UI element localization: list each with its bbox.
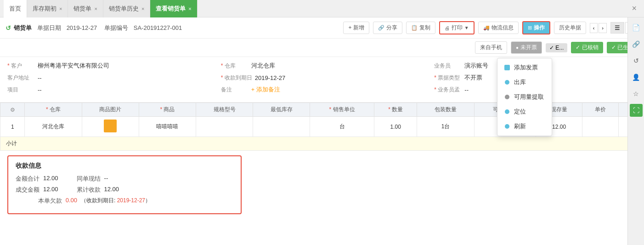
doc-meta: 单据日期 2019-12-27 单据编号 SA-20191227-001 [37, 24, 182, 32]
owed-note: （收款到期日: 2019-12-27） [81, 197, 151, 205]
refresh-icon [504, 123, 510, 130]
tab-inventory[interactable]: 库存期初 × [27, 0, 68, 17]
address-field: 客户地址 -- [7, 74, 210, 82]
operations-dropdown: 添加发票 出库 可用量提取 定位 [497, 58, 552, 136]
same-settle-label: 同单现结 [77, 175, 101, 183]
tab-history-close[interactable]: × [141, 6, 144, 11]
locate-icon [504, 108, 510, 115]
col-product-img: 商品图片 [82, 103, 139, 117]
list-view-button[interactable]: ☰ [610, 22, 624, 34]
doc-title-area: ↺ 销货单 [6, 24, 32, 32]
cell-unit-price [582, 117, 618, 137]
panel-star-icon[interactable]: ☆ [630, 87, 643, 100]
add-invoice-label: 添加发票 [514, 63, 538, 72]
panel-link-icon[interactable]: 🔗 [630, 38, 643, 51]
confirm-button[interactable]: ✓ E... [546, 43, 567, 52]
copy-button[interactable]: 📋 复制 [406, 22, 435, 34]
payment-deal-amount: 成交金额 12.00 [16, 186, 58, 194]
operations-button[interactable]: ⊞ 操作 [522, 21, 550, 34]
remark-label: 备注 [221, 86, 249, 94]
next-doc-button[interactable]: › [599, 23, 607, 33]
col-quantity: * 数量 [374, 103, 417, 117]
owed-label: 本单欠款 [38, 197, 62, 205]
panel-doc-icon[interactable]: 📄 [630, 21, 643, 34]
cell-min-stock [253, 117, 310, 137]
new-button[interactable]: + 新增 [343, 22, 369, 34]
dropdown-add-invoice[interactable]: 添加发票 [497, 60, 552, 75]
warehouse-value: 河北仓库 [251, 62, 275, 70]
customer-label: 客户 [7, 62, 35, 70]
dropdown-locate[interactable]: 定位 [497, 104, 552, 119]
deal-amount-label: 成交金额 [16, 186, 40, 194]
main-content: ↺ 销货单 单据日期 2019-12-27 单据编号 SA-20191227-0… [0, 17, 644, 245]
payment-date-value: 2019-12-27 [255, 74, 286, 81]
col-package-qty: 包装数量 [417, 103, 474, 117]
tab-sales[interactable]: 销货单 × [68, 0, 103, 17]
global-close-button[interactable]: × [628, 4, 640, 13]
col-model: 规格型号 [196, 103, 253, 117]
project-label: 项目 [7, 86, 35, 94]
employee-value: 演示账号 [464, 62, 488, 70]
address-value: -- [38, 74, 42, 81]
col-unit: * 销售单位 [310, 103, 374, 117]
add-remark-button[interactable]: + 添加备注 [251, 85, 280, 94]
tab-bar: 首页 库存期初 × 销货单 × 销货单历史 × 查看销货单 × × [0, 0, 644, 17]
doc-number-value: SA-20191227-001 [134, 24, 182, 31]
print-button[interactable]: 🖨 打印 ▼ [439, 21, 475, 34]
doc-type-label: 销货单 [14, 24, 32, 32]
employee-label: 业务员 [434, 62, 462, 70]
panel-sync-icon[interactable]: ↺ [630, 54, 643, 67]
tab-history[interactable]: 销货单历史 × [103, 0, 150, 17]
col-product: * 商品 [139, 103, 196, 117]
subtotal-row: 小计 [0, 137, 644, 151]
not-open-badge[interactable]: ● 未开票 [511, 41, 542, 54]
cell-quantity: 1.00 [374, 117, 417, 137]
from-mobile-button[interactable]: 来自手机 [475, 41, 507, 54]
payment-title: 收款信息 [16, 162, 233, 170]
doc-date-value: 2019-12-27 [67, 24, 97, 31]
owed-value: 0.00 [66, 197, 77, 205]
payment-section: 收款信息 金额合计 12.00 同单现结 -- 成交金额 12.00 累计收款 [7, 155, 242, 214]
toolbar-row: 来自手机 ● 未开票 ✓ E... ✓ 已核销 ✓ 已生效 [0, 39, 644, 57]
customer-field: 客户 柳州粤港平安气体有限公司 [7, 62, 210, 70]
tab-view-sales-close[interactable]: × [188, 6, 191, 11]
nav-arrows: ‹ › [590, 23, 607, 33]
checked-badge[interactable]: ✓ 已核销 [571, 42, 603, 53]
settings-icon[interactable]: ⚙ [10, 107, 15, 113]
col-warehouse: * 仓库 [25, 103, 82, 117]
warehouse-label: 仓库 [221, 62, 249, 70]
ops-icon: ⊞ [528, 25, 532, 31]
ticket-type-value: 不开票 [464, 74, 482, 82]
col-settings: ⚙ [0, 103, 25, 117]
logistics-button[interactable]: 🚚 物流信息 [478, 22, 519, 34]
address-label: 客户地址 [7, 74, 35, 82]
panel-user-icon[interactable]: 👤 [630, 71, 643, 84]
right-panel: 📄 🔗 ↺ 👤 ☆ ⛶ [627, 17, 644, 245]
cell-package-qty: 1台 [417, 117, 474, 137]
payment-owed: 本单欠款 0.00 （收款到期日: 2019-12-27） [38, 197, 151, 205]
dropdown-stock-out[interactable]: 出库 [497, 75, 552, 90]
cell-warehouse: 河北仓库 [25, 117, 82, 137]
tab-sales-close[interactable]: × [94, 6, 97, 11]
total-amount-value: 12.00 [43, 175, 58, 183]
business-label: 业务员孟 [434, 86, 462, 94]
dropdown-available-qty[interactable]: 可用量提取 [497, 90, 552, 104]
available-qty-label: 可用量提取 [514, 93, 544, 101]
customer-value: 柳州粤港平安气体有限公司 [38, 62, 109, 70]
col-unit-price: 单价 [582, 103, 618, 117]
payment-row-2: 成交金额 12.00 累计收款 12.00 [16, 186, 233, 194]
doc-header: ↺ 销货单 单据日期 2019-12-27 单据编号 SA-20191227-0… [0, 17, 644, 39]
deal-amount-value: 12.00 [43, 186, 58, 194]
dropdown-refresh[interactable]: 刷新 [497, 119, 552, 134]
tab-view-sales[interactable]: 查看销货单 × [150, 0, 197, 17]
payment-date-field: 收款到期日 2019-12-27 [221, 74, 424, 82]
tab-home[interactable]: 首页 [4, 0, 27, 17]
prev-doc-button[interactable]: ‹ [590, 23, 598, 33]
doc-actions: + 新增 🔗 分享 📋 复制 🖨 打印 ▼ 🚚 物流信息 [343, 21, 638, 34]
payment-row-1: 金额合计 12.00 同单现结 -- [16, 175, 233, 183]
share-button[interactable]: 🔗 分享 [373, 22, 402, 34]
history-docs-button[interactable]: 历史单据 [554, 22, 586, 34]
tab-inventory-close[interactable]: × [59, 6, 62, 11]
panel-expand-icon[interactable]: ⛶ [630, 104, 643, 117]
project-value: -- [38, 86, 42, 93]
